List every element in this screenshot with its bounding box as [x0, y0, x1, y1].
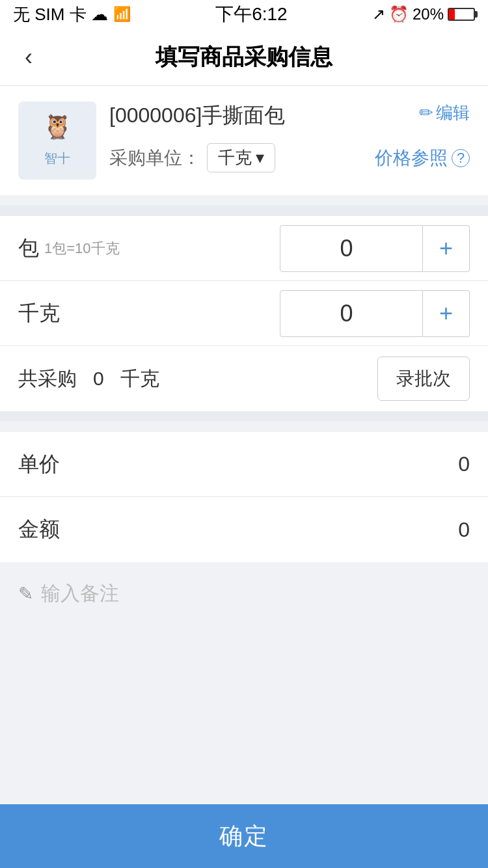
- amount-label: 金额: [18, 515, 60, 544]
- summary-quantity: 0: [93, 368, 104, 389]
- purchase-unit-label: 采购单位：: [109, 146, 200, 170]
- product-name: [0000006]手撕面包: [109, 102, 285, 130]
- edit-label: 编辑: [436, 102, 470, 124]
- batch-button[interactable]: 录批次: [377, 357, 470, 401]
- purchase-unit-row: 采购单位： 千克 ▾ 价格参照 ?: [109, 143, 470, 172]
- summary-row: 共采购 0 千克 录批次: [0, 346, 488, 411]
- status-time: 下午6:12: [215, 2, 288, 27]
- pencil-icon: ✎: [18, 583, 33, 604]
- no-sim-label: 无 SIM 卡 ☁: [13, 3, 108, 26]
- bao-input-row: 包 1包=10千克 +: [0, 216, 488, 281]
- price-ref-label: 价格参照: [375, 146, 448, 170]
- confirm-button[interactable]: 确定: [0, 804, 488, 868]
- remark-section[interactable]: ✎ 输入备注: [0, 562, 488, 625]
- unit-select-dropdown[interactable]: 千克 ▾: [207, 143, 275, 172]
- kg-label: 千克: [18, 299, 60, 328]
- unit-selector-group: 采购单位： 千克 ▾: [109, 143, 275, 172]
- unit-price-label: 单价: [18, 450, 60, 479]
- summary-prefix: 共采购: [18, 368, 77, 389]
- input-section: 包 1包=10千克 + 千克 +: [0, 216, 488, 346]
- section-separator-1: [0, 206, 488, 216]
- product-info: [0000006]手撕面包 ✏ 编辑 采购单位： 千克 ▾ 价格参照 ?: [109, 102, 470, 172]
- wifi-icon: 📶: [113, 6, 131, 23]
- product-thumbnail: 🦉智十: [18, 102, 96, 180]
- help-icon: ?: [452, 149, 470, 167]
- kg-input-row: 千克 +: [0, 281, 488, 346]
- remark-placeholder: 输入备注: [41, 580, 119, 607]
- battery-fill: [449, 9, 455, 20]
- battery-icon: [448, 8, 475, 21]
- unit-price-row: 单价 0: [0, 432, 488, 497]
- product-thumb-icon: 🦉智十: [43, 113, 72, 169]
- status-right: ↗ ⏰ 20%: [372, 5, 475, 23]
- bottom-space: [0, 625, 488, 821]
- summary-text: 共采购 0 千克: [18, 366, 159, 392]
- bao-label: 包: [18, 234, 39, 263]
- kg-input-group: +: [280, 290, 470, 337]
- price-reference-button[interactable]: 价格参照 ?: [375, 146, 470, 170]
- section-separator-2: [0, 411, 488, 422]
- kg-number-input[interactable]: [280, 290, 423, 337]
- bao-sub-label: 1包=10千克: [44, 239, 120, 258]
- amount-row: 金额 0: [0, 497, 488, 562]
- product-name-row: [0000006]手撕面包 ✏ 编辑: [109, 102, 470, 130]
- edit-button[interactable]: ✏ 编辑: [419, 102, 470, 124]
- product-card: 🦉智十 [0000006]手撕面包 ✏ 编辑 采购单位： 千克 ▾ 价格参照 ?: [0, 86, 488, 195]
- alarm-icon: ⏰: [389, 5, 409, 23]
- summary-unit: 千克: [120, 368, 159, 389]
- battery-percent: 20%: [413, 5, 444, 23]
- location-icon: ↗: [372, 5, 385, 23]
- status-bar: 无 SIM 卡 ☁ 📶 下午6:12 ↗ ⏰ 20%: [0, 0, 488, 29]
- edit-icon: ✏: [419, 103, 433, 123]
- bao-input-group: +: [280, 225, 470, 272]
- price-section: 单价 0 金额 0: [0, 432, 488, 562]
- unit-value: 千克: [218, 146, 252, 169]
- back-button[interactable]: ‹: [18, 37, 39, 77]
- chevron-down-icon: ▾: [256, 148, 264, 168]
- amount-value: 0: [458, 518, 470, 542]
- nav-bar: ‹ 填写商品采购信息: [0, 29, 488, 86]
- kg-plus-button[interactable]: +: [423, 290, 470, 337]
- status-left: 无 SIM 卡 ☁ 📶: [13, 3, 131, 26]
- bao-number-input[interactable]: [280, 225, 423, 272]
- page-title: 填写商品采购信息: [156, 42, 332, 72]
- unit-price-value: 0: [458, 452, 470, 476]
- bao-plus-button[interactable]: +: [423, 225, 470, 272]
